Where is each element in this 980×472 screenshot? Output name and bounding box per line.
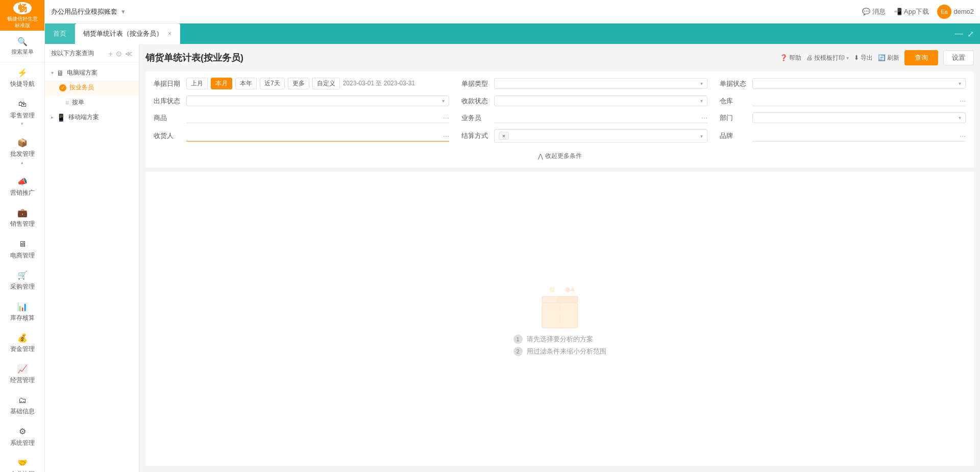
tab-close-button[interactable]: × (168, 30, 172, 37)
department-select[interactable]: ▾ (752, 112, 966, 123)
collapse-filters-button[interactable]: ⋀ 收起更多条件 (154, 149, 966, 161)
outstatus-select[interactable]: ▾ (186, 96, 449, 106)
receivestatus-select[interactable]: ▾ (494, 96, 707, 106)
sidebar-item-zijin[interactable]: 💰 资金管理 (0, 327, 44, 359)
nav-label-jingying: 经营管理 (10, 376, 35, 385)
tab-minimize-button[interactable]: — (955, 29, 963, 38)
sidebar-item-kucun[interactable]: 📊 库存核算 (0, 296, 44, 327)
print-link[interactable]: 🖨 按模板打印 ▾ (806, 54, 849, 62)
consignee-control: ··· (186, 131, 449, 141)
tab-maximize-button[interactable]: ⤢ (967, 29, 974, 39)
sidebar-item-yingxiao[interactable]: 📣 营销推广 (0, 171, 44, 202)
tree-item-pc[interactable]: ▾ 🖥 电脑端方案 (45, 65, 139, 80)
date-btn-this-year[interactable]: 本年 (235, 78, 257, 89)
user-name: demo2 (953, 8, 974, 15)
date-btn-more[interactable]: 更多 (288, 78, 309, 89)
consignee-input[interactable] (186, 132, 441, 139)
filter-item-doctype: 单据类型 ▾ (461, 78, 707, 89)
nav-label-xitong: 系统管理 (10, 439, 35, 447)
date-btn-custom[interactable]: 自定义 (312, 78, 340, 89)
page-header-actions: ❓ 帮助 🖨 按模板打印 ▾ ⬇ 导出 🔄 刷新 (780, 50, 974, 65)
settings-button[interactable]: 设置 (943, 50, 974, 65)
tree-subitem2-by-order[interactable]: ≡ 按单 (45, 95, 139, 110)
brand-dots[interactable]: ··· (960, 132, 966, 140)
goods-control: ··· (186, 112, 449, 123)
sidebar-search-section: 🔍 搜索菜单 (0, 31, 44, 62)
tree-subitem-by-salesperson[interactable]: ✓ 按业务员 (45, 80, 139, 95)
warehouse-dots[interactable]: ··· (960, 97, 966, 105)
nav-label-pifa: 批发管理 (10, 150, 35, 158)
user-profile-button[interactable]: Ea demo2 (937, 5, 974, 19)
nav-label-qiye: 企业协同 (10, 470, 35, 472)
nav-icon-pifa: 📦 (17, 137, 28, 149)
refresh-label: 刷新 (887, 54, 899, 62)
help-link[interactable]: ❓ 帮助 (780, 54, 801, 62)
sidebar-item-qiye[interactable]: 🤝 企业协同 (0, 452, 44, 472)
collapse-panel-button[interactable]: ≪ (125, 50, 133, 58)
sidebar-item-dianshang[interactable]: 🖥 电商管理 (0, 233, 44, 265)
message-label: 消息 (872, 7, 886, 16)
app-download-button[interactable]: 📲 App下载 (894, 7, 929, 16)
nav-icon-kucun: 📊 (17, 301, 28, 313)
query-button[interactable]: 查询 (904, 50, 938, 65)
tree-label-by-salesperson: 按业务员 (69, 83, 94, 92)
sidebar-item-xitong[interactable]: ⚙ 系统管理 (0, 421, 44, 452)
salesperson-control: ··· (494, 112, 707, 123)
doctype-label: 单据类型 (461, 79, 490, 88)
tab-home[interactable]: 首页 (45, 23, 75, 44)
sidebar-item-pifa[interactable]: 📦 批发管理 ▴ (0, 132, 44, 171)
docstatus-select[interactable]: ▾ (752, 78, 966, 89)
salesperson-dots[interactable]: ··· (701, 113, 707, 122)
sidebar-item-jichu[interactable]: 🗂 基础信息 (0, 390, 44, 421)
nav-icon-yingxiao: 📣 (17, 176, 28, 187)
consignee-dots[interactable]: ··· (443, 132, 449, 140)
tree-label-by-order: 按单 (72, 98, 84, 107)
nav-label-xiaoshou: 销售管理 (10, 220, 35, 228)
sidebar-item-lingshou[interactable]: 🛍 零售管理 ▾ (0, 93, 44, 132)
search-menu-button[interactable]: 🔍 搜索菜单 (3, 34, 41, 59)
goods-dots[interactable]: ··· (443, 113, 449, 122)
topbar: 办公用品行业模拟账套 ▾ 💬 消息 📲 App下载 Ea demo2 (45, 0, 980, 23)
user-avatar: Ea (937, 5, 951, 19)
tree-item-mobile[interactable]: ▸ 📱 移动端方案 (45, 110, 139, 125)
empty-hint-2: 2 用过滤条件来缩小分析范围 (513, 347, 606, 356)
main-area: 办公用品行业模拟账套 ▾ 💬 消息 📲 App下载 Ea demo2 首页 (45, 0, 980, 472)
doctype-select[interactable]: ▾ (494, 78, 707, 89)
tab-active[interactable]: 销货单统计表（按业务员） × (75, 23, 180, 44)
filter-item-goods: 商品 ··· (154, 112, 449, 123)
nav-label-kuaijie: 快捷导航 (10, 80, 35, 88)
hint-num-2: 2 (513, 347, 523, 356)
expand-arrow-lingshou: ▾ (21, 121, 23, 127)
sidebar: 畅 畅捷信好生意 标准版 🔍 搜索菜单 ⚡ 快捷导航 🛍 零售管理 ▾ 📦 批发… (0, 0, 45, 472)
svg-rect-3 (550, 287, 555, 292)
help-label: 帮助 (789, 54, 801, 62)
docstatus-label: 单据状态 (720, 79, 748, 88)
settlement-arrow: ▾ (700, 133, 703, 139)
settlement-tag-close[interactable]: × (502, 133, 505, 139)
tree-icon-mobile: 📱 (57, 113, 65, 122)
app-title-dropdown[interactable]: ▾ (121, 8, 125, 15)
refresh-link[interactable]: 🔄 刷新 (878, 54, 899, 62)
sidebar-item-jingying[interactable]: 📈 经营管理 (0, 359, 44, 390)
date-btn-this-month[interactable]: 本月 (211, 78, 232, 89)
date-btn-last7[interactable]: 近7天 (260, 78, 285, 89)
logo-icon: 畅 (13, 2, 32, 14)
help-icon: ❓ (780, 54, 788, 61)
sidebar-item-xiaoshou[interactable]: 💼 销售管理 (0, 202, 44, 233)
date-btn-last-month[interactable]: 上月 (186, 78, 208, 89)
export-link[interactable]: ⬇ 导出 (854, 54, 873, 62)
nav-icon-jichu: 🗂 (18, 395, 27, 406)
nav-label-dianshang: 电商管理 (10, 251, 35, 260)
tree-toggle-mobile: ▸ (51, 114, 54, 120)
nav-icon-xiaoshou: 💼 (17, 207, 28, 219)
nav-label-lingshou: 零售管理 (10, 111, 35, 120)
add-scheme-button[interactable]: + (109, 50, 113, 58)
sidebar-item-caigou[interactable]: 🛒 采购管理 (0, 265, 44, 296)
settings-scheme-button[interactable]: ⊙ (116, 50, 122, 58)
settlement-select[interactable]: × ▾ (494, 129, 707, 143)
outstatus-arrow: ▾ (442, 98, 445, 104)
sidebar-item-kuaijie[interactable]: ⚡ 快捷导航 (0, 62, 44, 93)
svg-point-2 (565, 287, 570, 292)
hint-text-2: 用过滤条件来缩小分析范围 (527, 347, 606, 356)
message-button[interactable]: 💬 消息 (862, 7, 886, 16)
